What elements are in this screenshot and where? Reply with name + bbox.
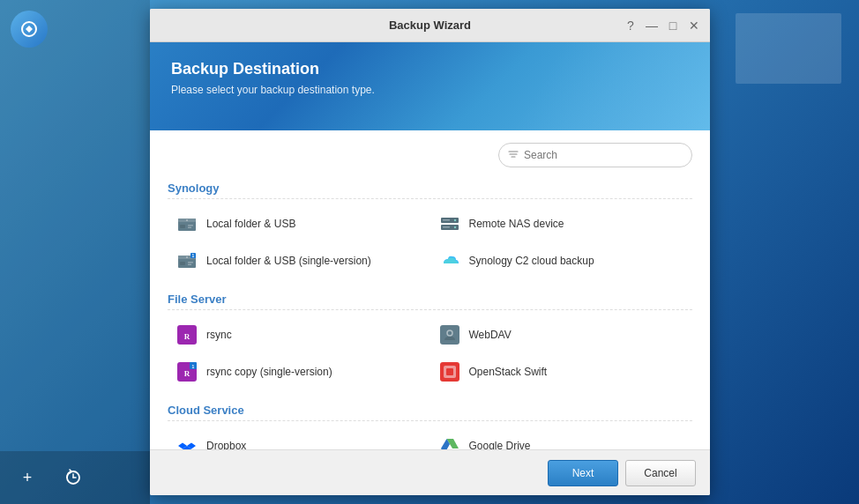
svg-rect-19 xyxy=(188,264,191,266)
svg-rect-7 xyxy=(188,227,191,229)
svg-text:R: R xyxy=(184,369,190,378)
file-server-items-grid: R rsync xyxy=(168,317,692,389)
search-filter-icon xyxy=(508,149,519,162)
rsync-single-label: rsync copy (single-version) xyxy=(206,366,332,378)
item-local-folder-usb[interactable]: Local folder & USB xyxy=(168,206,430,241)
google-drive-label: Google Drive xyxy=(469,440,531,449)
local-folder-usb-single-label: Local folder & USB (single-version) xyxy=(206,255,371,267)
item-local-folder-usb-single[interactable]: 1 Local folder & USB (single-version) xyxy=(168,243,430,278)
taskbar: + xyxy=(0,451,150,504)
dialog-title: Backup Wizard xyxy=(389,19,471,32)
svg-rect-24 xyxy=(440,325,459,345)
svg-rect-18 xyxy=(188,262,193,263)
rsync-label: rsync xyxy=(206,329,232,341)
dropbox-icon xyxy=(176,435,198,449)
item-rsync[interactable]: R rsync xyxy=(168,317,430,352)
svg-point-16 xyxy=(186,256,188,258)
svg-point-4 xyxy=(186,219,188,221)
svg-text:R: R xyxy=(184,332,190,341)
category-synology-label: Synology xyxy=(168,174,692,198)
synology-app-icon[interactable] xyxy=(11,11,48,48)
synology-logo-icon xyxy=(19,19,40,40)
dialog-body: Synology xyxy=(150,130,710,449)
item-dropbox[interactable]: Dropbox xyxy=(168,428,430,449)
synology-divider xyxy=(168,198,692,199)
svg-text:1: 1 xyxy=(192,253,195,258)
webdav-icon xyxy=(439,324,460,345)
app-icons xyxy=(0,0,150,58)
local-folder-usb-single-icon: 1 xyxy=(176,250,198,271)
maximize-button[interactable]: □ xyxy=(664,17,682,34)
category-cloud-service-label: Cloud Service xyxy=(168,397,692,420)
search-box[interactable] xyxy=(498,143,692,167)
item-remote-nas[interactable]: Remote NAS device xyxy=(430,206,693,241)
desktop-sidebar: + xyxy=(0,0,150,504)
dialog-footer: Next Cancel xyxy=(150,449,710,495)
history-icon xyxy=(64,469,82,486)
item-rsync-single[interactable]: R 1 rsync copy (single-version) xyxy=(168,354,430,389)
svg-rect-26 xyxy=(447,337,452,340)
background-window xyxy=(736,13,841,84)
search-area xyxy=(150,130,710,174)
webdav-label: WebDAV xyxy=(469,329,512,341)
remote-nas-label: Remote NAS device xyxy=(469,218,564,230)
cloud-service-divider xyxy=(168,420,692,421)
local-folder-usb-icon xyxy=(176,213,198,234)
synology-items-grid: Local folder & USB xyxy=(168,206,692,278)
content-scroll[interactable]: Synology xyxy=(150,174,710,449)
svg-rect-33 xyxy=(446,368,453,375)
category-cloud-service: Cloud Service Dropbox xyxy=(168,397,692,449)
next-button[interactable]: Next xyxy=(548,460,618,486)
synology-c2-icon xyxy=(439,250,460,271)
cloud-service-items-grid: Dropbox Google Drive xyxy=(168,428,692,449)
svg-rect-6 xyxy=(188,225,193,226)
synology-c2-label: Synology C2 cloud backup xyxy=(469,255,594,267)
local-folder-usb-label: Local folder & USB xyxy=(206,218,295,230)
openstack-label: OpenStack Swift xyxy=(469,366,548,378)
google-drive-icon xyxy=(439,435,460,449)
svg-point-10 xyxy=(453,219,455,221)
window-controls: ? — □ ✕ xyxy=(622,17,703,34)
item-synology-c2[interactable]: Synology C2 cloud backup xyxy=(430,243,693,278)
rsync-single-icon: R 1 xyxy=(176,361,198,382)
header-subtitle: Please select your backup destination ty… xyxy=(171,84,689,96)
add-button[interactable]: + xyxy=(13,463,41,492)
dropbox-label: Dropbox xyxy=(206,440,246,449)
file-server-divider xyxy=(168,309,692,310)
svg-rect-17 xyxy=(180,262,185,265)
category-file-server: File Server R rsync xyxy=(168,285,692,389)
category-synology: Synology xyxy=(168,174,692,278)
close-button[interactable]: ✕ xyxy=(685,17,703,34)
dialog-header: Backup Destination Please select your ba… xyxy=(150,42,710,130)
svg-point-11 xyxy=(453,226,455,228)
openstack-icon xyxy=(439,361,460,382)
remote-nas-icon xyxy=(439,213,460,234)
svg-rect-5 xyxy=(180,225,185,228)
rsync-icon: R xyxy=(176,324,198,345)
item-openstack[interactable]: OpenStack Swift xyxy=(430,354,693,389)
backup-wizard-dialog: Backup Wizard ? — □ ✕ Backup Destination… xyxy=(150,9,710,495)
category-file-server-label: File Server xyxy=(168,285,692,309)
svg-rect-12 xyxy=(443,219,450,221)
help-button[interactable]: ? xyxy=(622,17,639,34)
cancel-button[interactable]: Cancel xyxy=(625,460,696,486)
search-input[interactable] xyxy=(524,149,683,161)
item-webdav[interactable]: WebDAV xyxy=(430,317,693,352)
header-title: Backup Destination xyxy=(171,60,689,78)
minimize-button[interactable]: — xyxy=(643,17,661,34)
svg-rect-13 xyxy=(443,226,450,228)
history-button[interactable] xyxy=(59,463,87,492)
title-bar: Backup Wizard ? — □ ✕ xyxy=(150,9,710,42)
svg-text:1: 1 xyxy=(192,364,195,369)
item-google-drive[interactable]: Google Drive xyxy=(430,428,693,449)
